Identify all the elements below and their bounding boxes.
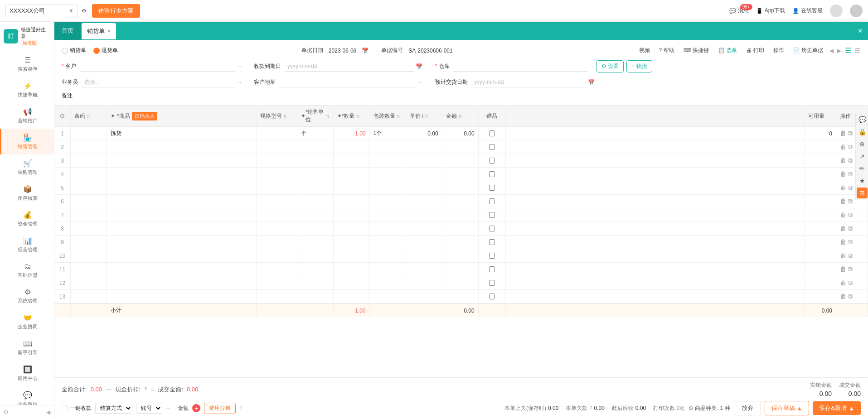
salesperson-dots[interactable]: ··· [235, 79, 243, 86]
print-btn[interactable]: 🖨 打印 [743, 45, 766, 56]
row-product[interactable] [107, 154, 257, 167]
delete-icon[interactable]: 🗑 [840, 279, 846, 287]
row-1-spec[interactable] [257, 127, 297, 140]
logistics-button[interactable]: + 物流 [626, 60, 652, 72]
sidebar-item-guide[interactable]: 📖 新手引导 [0, 335, 54, 361]
salesperson-input[interactable] [82, 77, 235, 87]
row-1-pkgqty[interactable]: 1个 [370, 127, 406, 140]
order-short-help[interactable]: ? [589, 405, 592, 411]
copy-icon[interactable]: ⧉ [848, 252, 853, 260]
row-product[interactable] [107, 140, 257, 154]
avatar[interactable] [830, 5, 843, 17]
save-new-chevron[interactable]: ▲ [849, 405, 854, 412]
copy-icon[interactable]: ⧉ [848, 279, 853, 287]
row-unit[interactable] [297, 154, 334, 167]
col-gear[interactable]: ⚙ [54, 106, 71, 126]
customer-addr-input[interactable] [279, 77, 416, 87]
sidebar-item-sales[interactable]: 🏪 销售管理 [0, 129, 54, 154]
expected-date-calendar-icon[interactable]: 📅 [586, 79, 596, 86]
row-barcode[interactable] [71, 140, 107, 154]
float-btn-1[interactable]: 💬 [857, 114, 868, 125]
sidebar-item-inventory[interactable]: 📦 库存核算 [0, 180, 54, 206]
row-spec[interactable] [257, 140, 297, 154]
account-select[interactable]: 账号 [136, 403, 162, 414]
online-service-item[interactable]: 👤 在线客服 [792, 7, 823, 14]
copy-icon[interactable]: ⧉ [848, 225, 853, 232]
addr-dots[interactable]: ··· [416, 79, 424, 86]
float-btn-3[interactable]: ⊕ [857, 139, 868, 149]
sidebar-item-management[interactable]: 📊 经营管理 [0, 232, 54, 258]
row-amount[interactable] [442, 140, 479, 154]
spec-sort-icon[interactable]: ⇅ [283, 114, 287, 119]
tab-home[interactable]: 首页 [54, 22, 81, 40]
float-btn-2[interactable]: 🔒 [857, 126, 868, 137]
copy-icon[interactable]: ⧉ [848, 197, 853, 205]
copy-icon[interactable]: ⧉ [848, 157, 853, 164]
delete-icon[interactable]: 🗑 [840, 225, 846, 232]
copy-icon[interactable]: ⧉ [848, 238, 853, 246]
expense-help-icon[interactable]: ? [239, 405, 242, 411]
row-1-gift[interactable] [479, 127, 506, 140]
save-new-button[interactable]: 保存&新增 ▲ [813, 401, 861, 415]
tab-close-icon[interactable]: × [107, 28, 111, 34]
sidebar-item-app-center[interactable]: 🔲 应用中心 [0, 361, 54, 386]
row-gift[interactable] [479, 154, 506, 167]
delete-icon[interactable]: 🗑 [840, 293, 846, 300]
row-1-unit[interactable]: 个 [297, 127, 334, 140]
select-btn[interactable]: 📋 选单 [715, 45, 740, 56]
radio-return-order[interactable]: 退货单 [93, 47, 118, 54]
row-gift[interactable] [479, 140, 506, 154]
sidebar-item-marketing[interactable]: 📢 营销推广 [0, 103, 54, 129]
view-list-icon[interactable]: ☰ [845, 46, 851, 55]
one-click-pay-checkbox[interactable]: 一键收款 [62, 405, 92, 412]
row-1-product[interactable]: 拣货 [107, 127, 257, 140]
scan-button[interactable]: 扫码录入 [132, 112, 157, 120]
help-btn[interactable]: ? 帮助 [656, 45, 677, 56]
row-barcode[interactable] [71, 154, 107, 167]
expense-split-button[interactable]: 费用分摊 [204, 403, 236, 414]
sidebar-item-system[interactable]: ⚙ 系统管理 [0, 283, 54, 309]
row-qty[interactable] [334, 140, 370, 154]
row-1-amount[interactable]: 0.00 [442, 127, 479, 140]
customer-dots[interactable]: ··· [235, 63, 243, 70]
row-qty[interactable] [334, 154, 370, 167]
warehouse-input[interactable]: 建材仓 [453, 61, 588, 72]
delete-icon[interactable]: 🗑 [840, 184, 846, 192]
sidebar-item-wechat[interactable]: 💬 企业微信 [0, 386, 54, 405]
delete-icon[interactable]: 🗑 [840, 197, 846, 205]
sidebar-item-finance[interactable]: 💰 资金管理 [0, 206, 54, 232]
view-grid-icon[interactable]: ⊞ [855, 46, 861, 55]
copy-icon[interactable]: ⧉ [848, 265, 853, 273]
row-gift-checkbox[interactable] [489, 144, 495, 150]
unit-sort-icon[interactable]: ⇅ [326, 114, 330, 119]
save-draft-chevron[interactable]: ▲ [797, 405, 803, 412]
delete-icon[interactable]: 🗑 [840, 238, 846, 246]
row-1-gift-checkbox[interactable] [489, 130, 495, 136]
company-selector[interactable]: XXXXXX公司 ▼ [5, 5, 78, 17]
delete-icon[interactable]: 🗑 [840, 252, 846, 260]
delete-icon[interactable]: 🗑 [840, 143, 846, 151]
nav-prev-icon[interactable]: ◀ [829, 48, 834, 54]
row-1-barcode[interactable] [71, 127, 107, 140]
cash-discount-help[interactable]: ? [144, 386, 147, 393]
history-btn[interactable]: 📄 历史单据 [790, 45, 826, 56]
sidebar-item-enterprise[interactable]: 🤝 企业协同 [0, 309, 54, 335]
row-1-copy-icon[interactable]: ⧉ [848, 130, 853, 137]
row-pkgqty[interactable] [370, 140, 406, 154]
tab-bar-close-icon[interactable]: × [858, 26, 868, 36]
nav-next-icon[interactable]: ▶ [837, 48, 841, 54]
copy-icon[interactable]: ⧉ [848, 143, 853, 151]
copy-icon[interactable]: ⧉ [848, 211, 853, 219]
delete-icon[interactable]: 🗑 [840, 157, 846, 164]
float-btn-5[interactable]: ✏ [857, 163, 868, 174]
avatar2[interactable] [850, 5, 863, 17]
trial-button[interactable]: 体验行业方案 [92, 4, 140, 18]
row-1-qty[interactable]: -1.00 [334, 127, 370, 140]
settings-icon[interactable]: ⚙ [82, 8, 87, 14]
setting-button[interactable]: ⚙ 设置 [596, 60, 624, 72]
amount-sort-icon[interactable]: ⇅ [458, 114, 462, 119]
price-sort-icon[interactable]: ⇅ [425, 114, 428, 119]
delete-icon[interactable]: 🗑 [840, 170, 846, 178]
account-dots[interactable]: ··· [166, 405, 170, 411]
price-info-icon[interactable]: ℹ [422, 113, 423, 119]
